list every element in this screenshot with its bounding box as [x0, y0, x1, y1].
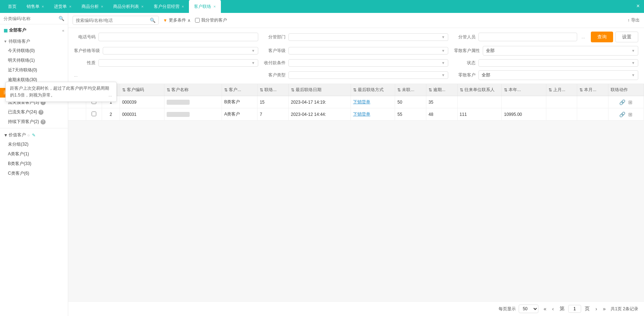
last-page-btn[interactable]: » — [601, 305, 608, 312]
filter-select-scatter-attr[interactable]: 全部 ▼ — [483, 46, 638, 56]
action-link-icon-2[interactable]: 🔗 — [619, 112, 625, 117]
sidebar-item-today[interactable]: 今天待联络(0) — [0, 46, 68, 56]
filter-select-nature[interactable]: ▼ — [98, 59, 258, 67]
nav-item-analysis-list[interactable]: 商品分析列表 × — [108, 0, 148, 13]
nav-close-analysis[interactable]: × — [101, 4, 103, 9]
action-grid-icon-1[interactable]: ⊞ — [628, 99, 633, 105]
td-contact-2: 7 — [258, 108, 289, 121]
sidebar-item-tomorrow[interactable]: 明天待联络(1) — [0, 56, 68, 65]
table-row: 1 000039 B类客户 15 2023-04-17 14:19: 下销货单 … — [68, 96, 644, 108]
my-customer-checkbox-area[interactable]: 我分管的客户 — [195, 17, 227, 23]
td-check-2[interactable] — [86, 108, 102, 121]
th-pending[interactable]: ⇅未联... — [395, 84, 426, 96]
sidebar-group-pending[interactable]: ▼ 待联络客户 — [0, 36, 68, 46]
per-page-select[interactable]: 50 100 200 — [519, 305, 538, 313]
th-lastway-sort: ⇅ — [353, 88, 357, 93]
nav-close-analysis-list[interactable]: × — [141, 4, 143, 9]
nav-close-sales[interactable]: × — [42, 4, 44, 9]
td-lastway-2[interactable]: 下销货单 — [351, 108, 395, 121]
sidebar-all-customers[interactable]: ▦ 全部客户 « — [0, 24, 68, 36]
sidebar-search-box: 🔍 — [0, 13, 68, 24]
filter-row-dots: ... — [74, 70, 258, 80]
sidebar-item-already-lost[interactable]: 已流失客户(24) ? — [0, 107, 68, 117]
th-overdue[interactable]: ⇅逾期... — [426, 84, 458, 96]
th-name-sort: ⇅ — [167, 88, 170, 93]
sidebar-search-input[interactable] — [4, 16, 59, 21]
value-customer-edit-icon[interactable]: ✎ — [32, 133, 36, 138]
customer-table: ⚙ ⇅客户编码 ⇅客户名称 ⇅客户... — [68, 84, 644, 121]
first-page-btn[interactable]: « — [541, 305, 548, 312]
filter-select-scatter-cust[interactable]: 全部 ▼ — [478, 70, 638, 80]
nav-item-sales[interactable]: 销售单 × — [22, 0, 49, 13]
nav-item-home[interactable]: 首页 — [3, 0, 22, 13]
th-last-way[interactable]: ⇅最后联络方式 — [351, 84, 395, 96]
prev-page-btn[interactable]: ‹ — [550, 305, 556, 312]
filter-input-phone[interactable] — [98, 33, 258, 41]
grid-icon: ▦ — [4, 28, 8, 33]
filter-search-box: 🔍 — [73, 16, 159, 25]
filter-expanded: 电话号码 分管部门 ▼ 分管人员 ... 查询 设置 — [68, 28, 644, 84]
sidebar-item-ungroup[interactable]: 未分组(32) — [0, 140, 68, 149]
th-ctype[interactable]: ⇅客户... — [222, 84, 258, 96]
filter-label-phone: 电话号码 — [74, 34, 96, 40]
td-lastway-1[interactable]: 下销货单 — [351, 96, 395, 108]
last-way-link-2[interactable]: 下销货单 — [353, 112, 370, 117]
td-action-1: 🔗 ⊞ — [608, 96, 644, 108]
th-liaison[interactable]: ⇅往来单位联系人 — [457, 84, 502, 96]
action-link-icon-1[interactable]: 🔗 — [619, 99, 625, 105]
filter-bar-top: 🔍 ▼ 更多条件 ∧ 我分管的客户 ↑ 导出 — [68, 13, 644, 28]
table-header-row: ⚙ ⇅客户编码 ⇅客户名称 ⇅客户... — [68, 84, 644, 96]
declining-help-icon[interactable]: ? — [41, 119, 46, 124]
table-scroll-container: ⚙ ⇅客户编码 ⇅客户名称 ⇅客户... — [68, 84, 644, 301]
action-grid-icon-2[interactable]: ⊞ — [628, 112, 633, 117]
nav-item-purchase[interactable]: 进货单 × — [49, 0, 76, 13]
filter-select-payment[interactable]: ▼ — [288, 59, 448, 67]
next-page-btn[interactable]: › — [593, 305, 599, 312]
th-last-date[interactable]: ⇅最后联络日期 — [288, 84, 351, 96]
page-input[interactable] — [568, 305, 581, 313]
sidebar-item-b-class[interactable]: B类客户(33) — [0, 159, 68, 169]
sidebar-item-c-class[interactable]: C类客户(6) — [0, 169, 68, 178]
th-this-year[interactable]: ⇅本年... — [502, 84, 546, 96]
filter-select-cust-type[interactable]: ▼ — [288, 71, 448, 79]
row-2-checkbox[interactable] — [92, 112, 96, 116]
th-contact[interactable]: ⇅联络... — [258, 84, 289, 96]
export-btn[interactable]: ↑ 导出 — [627, 17, 640, 23]
td-num-2: 2 — [102, 108, 120, 121]
sidebar-search-icon[interactable]: 🔍 — [59, 16, 64, 21]
query-button[interactable]: 查询 — [591, 32, 613, 42]
filter-select-status[interactable]: ▼ — [478, 59, 638, 67]
sidebar-item-declining[interactable]: 持续下滑客户(2) ? — [0, 117, 68, 127]
nav-item-customer-contact[interactable]: 客户联络 × — [189, 0, 221, 13]
nav-close-customer-contact[interactable]: × — [213, 4, 216, 9]
th-name[interactable]: ⇅客户名称 — [164, 84, 222, 96]
filter-search-input[interactable] — [76, 18, 150, 23]
filter-select-price-level[interactable]: ▼ — [103, 47, 258, 55]
last-way-link-1[interactable]: 下销货单 — [353, 99, 370, 104]
th-last-month[interactable]: ⇅上月... — [546, 84, 577, 96]
filter-select-cust-level[interactable]: ▼ — [288, 47, 448, 55]
more-conditions-btn[interactable]: ▼ 更多条件 ∧ — [163, 17, 191, 23]
td-overdue-1: 35 — [426, 96, 458, 108]
filter-more-dots[interactable]: ... — [74, 73, 78, 78]
filter-input-person[interactable] — [478, 33, 577, 41]
person-dots-btn[interactable]: ... — [580, 34, 587, 39]
sidebar-item-7days[interactable]: 近7天待联络(0) — [0, 65, 68, 75]
filter-search-icon[interactable]: 🔍 — [150, 18, 156, 23]
my-customer-checkbox[interactable] — [195, 18, 200, 23]
already-lost-help-icon[interactable]: ? — [38, 110, 43, 115]
nav-close-customer-tier[interactable]: × — [182, 4, 184, 9]
th-code[interactable]: ⇅客户编码 — [120, 84, 164, 96]
filter-select-dept[interactable]: ▼ — [288, 33, 448, 41]
settings-button[interactable]: 设置 — [615, 32, 638, 42]
nav-item-analysis[interactable]: 商品分析 × — [77, 0, 108, 13]
td-liaison-2: 111 — [457, 108, 502, 121]
sidebar-item-a-class[interactable]: A类客户(1) — [0, 149, 68, 159]
filter-row-person: 分管人员 ... 查询 设置 — [454, 32, 638, 42]
sidebar-collapse-btn[interactable]: « — [62, 28, 64, 33]
nav-close-purchase[interactable]: × — [69, 4, 71, 9]
th-date-sort: ⇅ — [291, 88, 295, 93]
window-close-btn[interactable]: × — [636, 3, 640, 9]
nav-item-customer-tier[interactable]: 客户分层经营 × — [149, 0, 189, 13]
th-this-month[interactable]: ⇅本月... — [577, 84, 608, 96]
